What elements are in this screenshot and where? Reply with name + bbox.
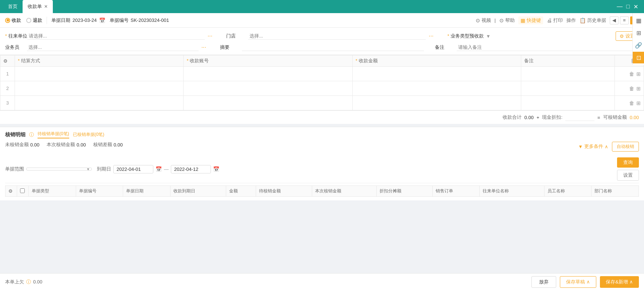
store-input[interactable] <box>248 32 426 40</box>
save-new-button[interactable]: 保存&新增 ∧ <box>600 276 639 288</box>
th-amount: 收款金额 <box>352 55 521 67</box>
bottom-actions: 放弃 保存草稿 ∧ 保存&新增 ∧ <box>531 276 639 288</box>
delete-icon-2[interactable]: 🗑 <box>629 86 634 91</box>
discount-input[interactable] <box>565 114 594 121</box>
right-panel-icon-2[interactable]: ⊞ <box>633 27 644 39</box>
date-to-cal-icon[interactable]: 📅 <box>213 166 219 172</box>
remark-cell-1[interactable] <box>521 67 615 81</box>
right-panel-icon-3[interactable]: 🔗 <box>633 39 644 51</box>
table-row: 2 🗑 ⊞ <box>0 81 644 96</box>
counterpart-input[interactable] <box>27 32 205 40</box>
tab-done[interactable]: 已核销单据(0笔) <box>73 132 105 138</box>
verify-table-wrap: ⚙ 单据类型 单据编号 单据日期 收款到期日 金额 待核销金额 本次核销金额 折… <box>5 185 639 197</box>
amount-cell-2[interactable] <box>352 81 521 96</box>
counterpart-field: 往来单位 ··· <box>5 32 215 40</box>
verify-table-gear-icon[interactable]: ⚙ <box>8 188 13 194</box>
prev-value: 0.00 <box>33 279 42 285</box>
tab-pending[interactable]: 待核销单据(0笔) <box>38 131 69 138</box>
date-value: 2023-03-24 <box>72 17 97 23</box>
right-panel-icon-4[interactable]: ⊡ <box>633 52 644 63</box>
date-to-input[interactable] <box>171 165 211 173</box>
prev-info-icon[interactable]: ⓘ <box>26 279 31 285</box>
tab-home[interactable]: 首页 <box>3 0 23 13</box>
divider-1 <box>47 17 47 24</box>
refund-label: 退款 <box>33 17 42 24</box>
settings-gear-icon: ⚙ <box>620 34 624 39</box>
shortcut-btn[interactable]: ▦ 快捷键 <box>518 16 543 24</box>
date-from-cal-icon[interactable]: 📅 <box>156 166 162 172</box>
remark-cell-2[interactable] <box>521 81 615 96</box>
save-draft-button[interactable]: 保存草稿 ∧ <box>560 276 596 288</box>
settlement-cell-2[interactable] <box>15 81 184 96</box>
business-type-dropdown-icon[interactable]: ▼ <box>486 34 491 39</box>
copy-icon-2[interactable]: ⊞ <box>636 86 641 91</box>
counterpart-more-btn[interactable]: ··· <box>205 33 215 39</box>
list-view-btn[interactable]: ≡ <box>620 16 629 24</box>
verify-th-dept: 部门名称 <box>592 186 639 197</box>
tab-receipt[interactable]: 收款单 ✕ <box>23 0 53 13</box>
amount-cell-1[interactable] <box>352 67 521 81</box>
operation-btn[interactable]: 操作 <box>566 17 576 24</box>
salesperson-input[interactable] <box>27 44 199 51</box>
verify-select-all[interactable] <box>20 188 25 193</box>
th-gear[interactable]: ⚙ <box>0 55 15 67</box>
table-row: 3 🗑 ⊞ <box>0 96 644 110</box>
settlement-cell-1[interactable] <box>15 67 184 81</box>
history-btn[interactable]: 📋 历史单据 <box>580 17 606 24</box>
right-panel-icon-1[interactable]: ▦ <box>633 15 644 26</box>
action-cell-1: 🗑 ⊞ <box>615 67 644 81</box>
summary-input[interactable] <box>242 44 424 51</box>
salesperson-label: 业务员 <box>5 44 27 51</box>
auto-verify-button[interactable]: 自动核销 <box>612 142 639 152</box>
save-new-arrow-icon: ∧ <box>629 279 633 285</box>
tab-close-icon[interactable]: ✕ <box>44 4 48 9</box>
amount-cell-3[interactable] <box>352 96 521 110</box>
remark-cell-3[interactable] <box>521 96 615 110</box>
video-btn[interactable]: ⊙ 视频 <box>476 17 491 24</box>
toolbar: 收款 退款 单据日期 2023-03-24 📅 单据编号 SK-20230324… <box>0 13 644 28</box>
account-cell-3[interactable] <box>184 96 352 110</box>
remark-input[interactable] <box>457 44 639 51</box>
unverified-item: 未核销金额 0.00 <box>5 141 39 148</box>
prev-view-btn[interactable]: ◀ <box>610 16 619 24</box>
date-from-input[interactable] <box>113 165 153 173</box>
print-btn[interactable]: 🖨 打印 <box>547 17 563 24</box>
minimize-icon[interactable]: — <box>617 3 623 10</box>
due-date-label: 到期日 <box>97 166 111 172</box>
business-type-label: 业务类型 <box>447 33 470 39</box>
account-cell-2[interactable] <box>184 81 352 96</box>
unverified-value: 0.00 <box>30 142 39 148</box>
copy-icon-3[interactable]: ⊞ <box>636 100 641 106</box>
close-icon[interactable]: ✕ <box>633 3 638 10</box>
calendar-icon[interactable]: 📅 <box>99 17 105 23</box>
range-dropdown-icon: ▼ <box>86 167 90 171</box>
verify-settings-button[interactable]: 设置 <box>617 170 639 181</box>
refund-radio-circle <box>26 18 31 23</box>
abandon-button[interactable]: 放弃 <box>531 276 556 288</box>
account-cell-1[interactable] <box>184 67 352 81</box>
help-btn[interactable]: ⊙ 帮助 <box>499 17 515 24</box>
more-conditions-btn[interactable]: ▼ 更多条件 ∧ <box>578 143 608 150</box>
verify-th-type: 单据类型 <box>29 186 76 197</box>
verify-th-number: 单据编号 <box>76 186 123 197</box>
verify-section: 核销明细 ⓘ 待核销单据(0笔) 已核销单据(0笔) 未核销金额 0.00 本次… <box>0 127 644 200</box>
delete-icon-1[interactable]: 🗑 <box>629 71 634 77</box>
refund-radio[interactable]: 退款 <box>26 17 42 24</box>
maximize-icon[interactable]: □ <box>626 3 630 10</box>
due-date-field: 到期日 📅 — 📅 <box>97 165 219 173</box>
bottom-bar: 本单上欠 ⓘ 0.00 放弃 保存草稿 ∧ 保存&新增 ∧ <box>0 273 644 290</box>
settlement-cell-3[interactable] <box>15 96 184 110</box>
action-cell-3: 🗑 ⊞ <box>615 96 644 110</box>
discount-label: 现金折扣: <box>542 114 562 121</box>
receipt-radio[interactable]: 收款 <box>5 17 21 24</box>
delete-icon-3[interactable]: 🗑 <box>629 100 634 106</box>
copy-icon-1[interactable]: ⊞ <box>636 71 641 77</box>
verify-info-icon[interactable]: ⓘ <box>29 132 34 138</box>
date-label: 单据日期 <box>51 17 70 24</box>
sum-value: 0.00 <box>525 115 534 120</box>
date-dash: — <box>164 166 169 172</box>
store-more-btn[interactable]: ··· <box>426 33 436 39</box>
salesperson-more-btn[interactable]: ··· <box>199 44 209 51</box>
range-select[interactable]: ▼ <box>26 168 92 171</box>
query-button[interactable]: 查询 <box>617 157 639 168</box>
